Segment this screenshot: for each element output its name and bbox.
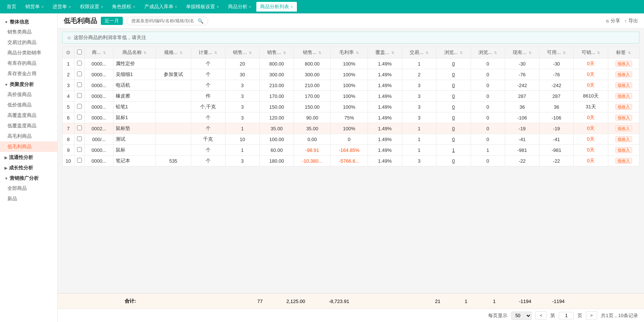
close-icon[interactable]: × [175, 4, 177, 9]
table-container[interactable]: ⚙ 商... ⇅ 商品名称 ⇅ 规格... ⇅ 计量... ⇅ 销售... ⇅ … [58, 44, 644, 293]
th-sales-profit[interactable]: 销售... ⇅ [294, 47, 331, 58]
cell-browse1[interactable]: 0 [436, 58, 471, 69]
sidebar-item-capital[interactable]: 库存资金占用 [0, 68, 57, 79]
th-unit[interactable]: 计量... ⇅ [191, 47, 225, 58]
sidebar-item-high-value[interactable]: 高价值商品 [0, 89, 57, 100]
close-icon[interactable]: × [41, 4, 44, 9]
th-tag[interactable]: 标签 ⇅ [608, 47, 639, 58]
close-icon[interactable]: × [101, 4, 103, 9]
cell-browse1[interactable]: 0 [436, 80, 471, 91]
th-sales-count[interactable]: 销售... ⇅ [225, 47, 259, 58]
cell-spec [156, 102, 191, 112]
th-browse1[interactable]: 浏览... ⇅ [436, 47, 471, 58]
nav-home[interactable]: 首页 [3, 2, 20, 12]
cell-checkbox[interactable] [74, 69, 85, 80]
th-spec[interactable]: 规格... ⇅ [156, 47, 191, 58]
sidebar-item-high-margin[interactable]: 高毛利商品 [0, 131, 57, 141]
th-sales-price[interactable]: 销售... ⇅ [260, 47, 294, 58]
cell-browse1[interactable]: 0 [436, 69, 471, 80]
row-checkbox[interactable] [77, 136, 82, 141]
per-page-select[interactable]: 50 20 100 [511, 312, 532, 320]
search-icon[interactable]: 🔍 [198, 18, 204, 24]
row-checkbox[interactable] [77, 158, 82, 163]
share-button[interactable]: ⎋ 分享 [606, 17, 620, 24]
close-icon[interactable]: × [68, 4, 71, 9]
close-icon[interactable]: × [291, 4, 293, 9]
footer-sales-price: 2,125.00 [276, 297, 316, 306]
cell-sales-price: 180.00 [260, 156, 294, 166]
cell-browse1[interactable]: 0 [436, 112, 471, 123]
th-gross-margin[interactable]: 毛利率 ⇅ [331, 47, 368, 58]
nav-sales[interactable]: 销货单 × [22, 2, 47, 12]
nav-permission[interactable]: 权限设置 × [76, 2, 107, 12]
row-checkbox[interactable] [77, 104, 82, 109]
cell-row-no: 7 [63, 123, 74, 134]
sidebar-group-flow[interactable]: ▶ 流通性分析 [0, 152, 57, 162]
cell-checkbox[interactable] [74, 102, 85, 112]
row-checkbox[interactable] [77, 93, 82, 98]
cell-checkbox[interactable] [74, 112, 85, 123]
export-button[interactable]: ↑ 导出 [625, 17, 638, 24]
cell-browse1[interactable]: 0 [436, 91, 471, 102]
sidebar-item-has-stock[interactable]: 有库存的商品 [0, 58, 57, 68]
row-checkbox[interactable] [77, 71, 82, 76]
sidebar-group-cluster[interactable]: ▼ 类聚度分析 [0, 79, 57, 89]
nav-role[interactable]: 角色授权 × [108, 2, 139, 12]
cell-sales-profit: 210.00 [294, 80, 331, 91]
nav-product-in[interactable]: 产成品入库单 × [141, 2, 181, 12]
cell-checkbox[interactable] [74, 145, 85, 156]
cell-sales-count: 3 [225, 102, 259, 112]
nav-product-analysis[interactable]: 商品分析 × [224, 2, 255, 12]
th-browse2[interactable]: 浏览... ⇅ [471, 47, 505, 58]
sidebar-item-low-margin[interactable]: 低毛利商品 [0, 141, 57, 152]
sidebar-item-low-value[interactable]: 低价值商品 [0, 100, 57, 110]
current-page-input[interactable] [559, 312, 574, 319]
sidebar-group-marketing[interactable]: ▼ 营销推广分析 [0, 173, 57, 183]
close-icon[interactable]: × [133, 4, 135, 9]
sidebar-item-traded[interactable]: 交易过的商品 [0, 37, 57, 48]
cell-checkbox[interactable] [74, 134, 85, 145]
cell-checkbox[interactable] [74, 123, 85, 134]
row-checkbox[interactable] [77, 147, 82, 152]
prev-page-button[interactable]: ＜ [535, 311, 547, 320]
cell-checkbox[interactable] [74, 80, 85, 91]
row-checkbox[interactable] [77, 82, 82, 87]
nav-template[interactable]: 单据模板设置 × [182, 2, 222, 12]
sidebar-item-sales-products[interactable]: 销售类商品 [0, 27, 57, 37]
th-settings[interactable]: ⚙ [63, 47, 74, 58]
filter-recent-month[interactable]: 近一月 [101, 17, 123, 25]
th-transaction[interactable]: 交易... ⇅ [402, 47, 436, 58]
cell-browse1[interactable]: 0 [436, 123, 471, 134]
close-icon[interactable]: × [217, 4, 219, 9]
search-input[interactable] [131, 18, 195, 23]
close-icon[interactable]: × [249, 4, 251, 9]
sidebar-item-new-products[interactable]: 新品 [0, 194, 57, 204]
th-code[interactable]: 商... ⇅ [85, 47, 113, 58]
th-saleable[interactable]: 可销... ⇅ [574, 47, 608, 58]
th-name[interactable]: 商品名称 ⇅ [113, 47, 156, 58]
sidebar-item-all-products[interactable]: 全部商品 [0, 183, 57, 194]
nav-purchase[interactable]: 进货单 × [49, 2, 74, 12]
row-checkbox[interactable] [77, 61, 82, 66]
th-coverage[interactable]: 覆盖... ⇅ [368, 47, 402, 58]
row-checkbox[interactable] [77, 125, 82, 130]
cell-checkbox[interactable] [74, 156, 85, 166]
cell-browse1[interactable]: 1 [436, 145, 471, 156]
nav-analysis-list[interactable]: 商品分析列表 × [256, 2, 297, 12]
next-page-button[interactable]: ＞ [586, 311, 597, 320]
sidebar-item-high-coverage[interactable]: 高覆盖度商品 [0, 110, 57, 121]
table-header-row: ⚙ 商... ⇅ 商品名称 ⇅ 规格... ⇅ 计量... ⇅ 销售... ⇅ … [63, 47, 640, 58]
th-current-stock[interactable]: 现有... ⇅ [505, 47, 539, 58]
cell-browse1[interactable]: 0 [436, 134, 471, 145]
cell-browse1[interactable]: 0 [436, 102, 471, 112]
row-checkbox[interactable] [77, 115, 82, 119]
cell-checkbox[interactable] [74, 91, 85, 102]
sidebar-item-category-rate[interactable]: 商品分类助销率 [0, 48, 57, 58]
cell-checkbox[interactable] [74, 58, 85, 69]
sidebar-item-low-coverage[interactable]: 低覆盖度商品 [0, 121, 57, 131]
cell-browse1[interactable]: 0 [436, 156, 471, 166]
sidebar-group-overall[interactable]: ▼ 整体信息 [0, 16, 57, 27]
sidebar-group-growth[interactable]: ▶ 成长性分析 [0, 162, 57, 173]
th-available[interactable]: 可用... ⇅ [539, 47, 574, 58]
select-all-checkbox[interactable] [77, 50, 82, 54]
